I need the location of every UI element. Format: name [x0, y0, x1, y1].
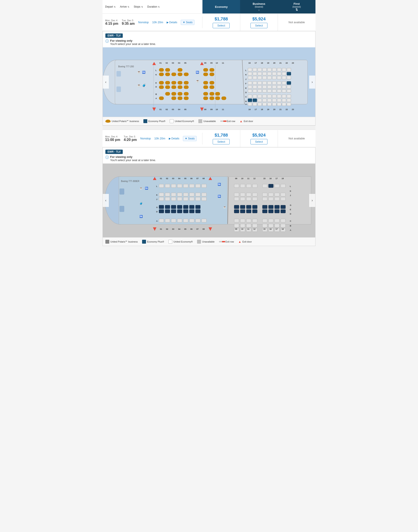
legend-economy-icon-2	[168, 240, 172, 244]
svg-rect-45	[203, 81, 208, 84]
svg-rect-255	[246, 193, 251, 196]
svg-rect-274	[268, 197, 273, 201]
svg-text:☕: ☕	[139, 187, 143, 190]
business-sort-icon: ↓	[258, 8, 260, 11]
svg-rect-125	[248, 90, 252, 92]
svg-rect-261	[159, 197, 164, 201]
svg-text:09: 09	[235, 228, 237, 230]
svg-rect-291	[281, 205, 285, 209]
svg-text:17: 17	[255, 108, 257, 111]
svg-text:K: K	[155, 74, 157, 76]
svg-rect-247	[171, 193, 176, 196]
svg-rect-80	[248, 68, 252, 71]
svg-text:Boeing 777-200: Boeing 777-200	[118, 65, 134, 68]
svg-rect-288	[262, 205, 267, 209]
svg-rect-270	[240, 197, 245, 201]
svg-text:19: 19	[267, 108, 269, 111]
duration-label: Duration	[147, 5, 157, 8]
svg-rect-48	[165, 85, 170, 89]
depart-header[interactable]: Depart ⇅	[105, 5, 116, 8]
seat-map-1-prev-button[interactable]: ‹	[103, 76, 109, 89]
svg-text:09: 09	[235, 177, 237, 180]
duration-header[interactable]: Duration ⇅	[147, 5, 160, 8]
flight-2-duration[interactable]: 10h 20m	[154, 137, 165, 140]
svg-rect-52	[203, 85, 208, 89]
svg-rect-248	[177, 193, 182, 196]
seat-map-svg-1: 01 02 03 04 05 08 09 10 11 16 17 18 19 2…	[103, 47, 315, 117]
economy-header: Economy	[202, 0, 240, 13]
svg-rect-313	[196, 219, 200, 222]
svg-rect-91	[258, 72, 262, 75]
stops-header[interactable]: Stops ⇅	[134, 5, 143, 8]
flight-1-seats-button[interactable]: ▼ Seats	[181, 20, 195, 25]
legend-eplus-1: Economy Plus®	[143, 119, 165, 123]
svg-text:04: 04	[178, 62, 180, 64]
svg-rect-320	[268, 219, 273, 222]
seat-legend-1: United Polaris℠ business Economy Plus® U…	[103, 117, 315, 125]
business-header-label: Business	[253, 2, 265, 5]
flight-1-seats-label: Seats	[186, 21, 193, 24]
svg-text:B: B	[155, 93, 157, 95]
info-icon-2: ⓘ	[105, 155, 109, 160]
svg-text:11: 11	[222, 62, 224, 64]
first-sort-icon: ⇅	[295, 8, 298, 11]
svg-rect-137	[263, 95, 267, 98]
svg-text:J: J	[156, 198, 157, 200]
svg-rect-139	[272, 95, 276, 98]
svg-rect-36	[203, 73, 208, 76]
flight-2-seats-button[interactable]: ▼ Seats	[183, 136, 197, 141]
seat-map-2: ‹ Boeing 777-300ER 01 02 03 04	[103, 163, 315, 237]
svg-text:J: J	[290, 194, 291, 196]
svg-rect-193	[119, 189, 124, 194]
svg-rect-118	[258, 85, 262, 88]
svg-rect-284	[234, 205, 239, 209]
svg-text:🚻: 🚻	[139, 215, 143, 218]
svg-rect-93	[267, 72, 271, 75]
flight-1-business-select-button[interactable]: Select	[251, 23, 267, 28]
svg-rect-264	[177, 197, 182, 201]
svg-text:E: E	[155, 82, 157, 84]
svg-text:F: F	[245, 82, 247, 85]
legend-unavailable-icon-2	[197, 240, 201, 244]
flight-1-depart: Mon, Dec 4 4:15 pm	[105, 19, 118, 26]
svg-rect-132	[282, 90, 286, 92]
svg-text:15: 15	[263, 228, 266, 230]
svg-rect-29	[203, 68, 208, 72]
svg-text:05: 05	[184, 62, 186, 64]
svg-text:17: 17	[276, 177, 278, 180]
flight-1-economy-select-button[interactable]: Select	[213, 23, 230, 28]
legend-eplus-icon-2	[142, 240, 146, 244]
svg-rect-226	[196, 184, 200, 188]
svg-text:12: 12	[253, 228, 255, 230]
svg-text:G: G	[290, 204, 291, 206]
svg-rect-230	[246, 184, 251, 188]
flight-2-arrive-date: Tue, Dec 5	[124, 135, 137, 138]
svg-rect-281	[183, 205, 188, 209]
svg-rect-131	[277, 90, 281, 92]
seat-map-2-prev-button[interactable]: ‹	[103, 194, 109, 207]
flight-2-economy-select-button[interactable]: Select	[213, 139, 230, 144]
svg-rect-141	[282, 95, 286, 98]
flight-2-details-label: Details	[171, 137, 179, 140]
svg-rect-257	[262, 193, 267, 196]
legend-eplus-label-1: Economy Plus®	[148, 120, 165, 123]
svg-rect-259	[275, 193, 279, 196]
seat-map-1-next-button[interactable]: ›	[309, 76, 315, 89]
flight-2-business-select-button[interactable]: Select	[251, 139, 267, 144]
flight-2-details-button[interactable]: ▶ Details	[169, 137, 179, 140]
svg-rect-260	[281, 193, 285, 196]
svg-rect-128	[263, 90, 267, 92]
svg-text:06: 06	[190, 228, 193, 230]
svg-rect-235	[281, 184, 285, 188]
flight-1-details-label: Details	[169, 21, 177, 24]
svg-rect-223	[177, 184, 182, 188]
svg-text:23: 23	[292, 108, 294, 111]
flight-1-details-button[interactable]: ▶ Details	[167, 21, 177, 24]
svg-rect-31	[159, 73, 164, 76]
arrive-header[interactable]: Arrive ⇅	[120, 5, 129, 8]
seat-map-2-next-button[interactable]: ›	[309, 194, 315, 207]
svg-rect-294	[171, 210, 176, 213]
svg-rect-319	[262, 219, 267, 222]
svg-rect-58	[177, 92, 182, 96]
flight-1-duration[interactable]: 10h 20m	[152, 21, 163, 24]
